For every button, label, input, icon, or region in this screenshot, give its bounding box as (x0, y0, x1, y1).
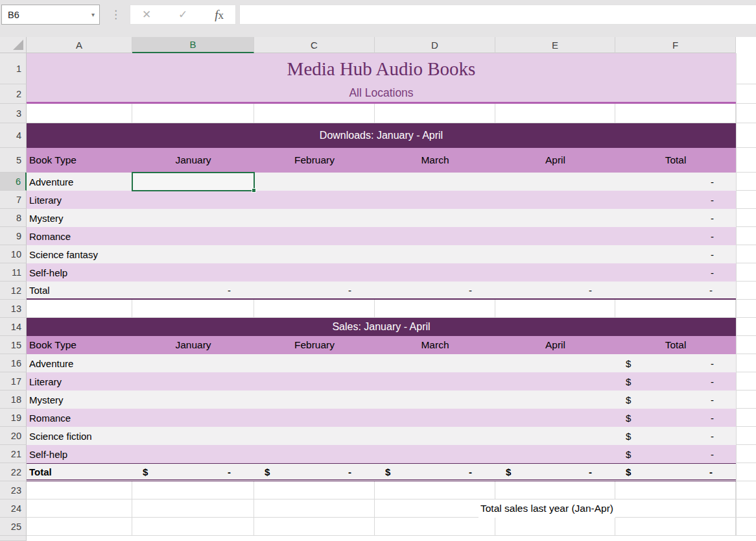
cell-E3[interactable] (495, 104, 615, 123)
sliver-cell-row-25[interactable] (736, 518, 756, 536)
fill-handle[interactable] (252, 188, 256, 193)
row-header-12[interactable]: 12 (0, 282, 27, 300)
cell-D11[interactable] (375, 263, 495, 282)
cell-A17[interactable]: Literary (27, 372, 132, 391)
sliver-cell-row-11[interactable] (736, 263, 756, 282)
cell-F7[interactable]: - (615, 191, 736, 209)
cell-C5[interactable]: February (254, 148, 375, 173)
cell-B16[interactable] (132, 354, 254, 372)
cell-D13[interactable] (375, 300, 495, 318)
row-header-partial-26[interactable] (0, 536, 27, 541)
cell-C22[interactable]: $- (254, 464, 375, 479)
cell-F15[interactable]: Total (615, 336, 736, 354)
row-header-14[interactable]: 14 (0, 318, 27, 336)
row-header-7[interactable]: 7 (0, 191, 27, 209)
cell-F9[interactable]: - (615, 227, 736, 245)
sliver-cell-row-19[interactable] (736, 409, 756, 427)
cell-D3[interactable] (375, 104, 495, 123)
cell-D23[interactable] (375, 481, 495, 499)
cell-E6[interactable] (495, 173, 615, 191)
cell-A12[interactable]: Total (27, 282, 132, 298)
sliver-cell-row-7[interactable] (736, 191, 756, 209)
cell-F21[interactable]: $- (615, 445, 736, 463)
row-header-6[interactable]: 6 (0, 173, 27, 191)
cell-A24[interactable] (27, 499, 132, 518)
formula-bar-input[interactable] (239, 5, 756, 25)
row-header-15[interactable]: 15 (0, 336, 27, 354)
sliver-cell-row-1[interactable] (736, 53, 756, 84)
cell-D10[interactable] (375, 245, 495, 263)
cell-A13[interactable] (27, 300, 132, 318)
cell-E7[interactable] (495, 191, 615, 209)
sliver-cell-row-9[interactable] (736, 227, 756, 245)
cell-A15[interactable]: Book Type (27, 336, 132, 354)
cell-B23[interactable] (132, 481, 254, 499)
cell-A23[interactable] (27, 481, 132, 499)
section-header-downloads[interactable]: Downloads: January - April (27, 123, 736, 148)
cell-C15[interactable]: February (254, 336, 375, 354)
cell-D22[interactable]: $- (375, 464, 495, 479)
sliver-cell-row-20[interactable] (736, 427, 756, 445)
row-header-16[interactable]: 16 (0, 354, 27, 372)
row-header-1[interactable]: 1 (0, 53, 27, 84)
cell-B19[interactable] (132, 409, 254, 427)
cell-E23[interactable] (495, 481, 615, 499)
cell-D7[interactable] (375, 191, 495, 209)
cell-E21[interactable] (495, 445, 615, 463)
cell-F19[interactable]: $- (615, 409, 736, 427)
section-header-sales[interactable]: Sales: January - April (27, 318, 736, 336)
cell-A3[interactable] (27, 104, 132, 123)
cell-C17[interactable] (254, 372, 375, 391)
cell-C9[interactable] (254, 227, 375, 245)
cell-E22[interactable]: $- (495, 464, 615, 479)
row-header-3[interactable]: 3 (0, 104, 27, 123)
cell-C20[interactable] (254, 427, 375, 445)
row-header-19[interactable]: 19 (0, 409, 27, 427)
cell-B3[interactable] (132, 104, 254, 123)
sliver-cell-row-5[interactable] (736, 148, 756, 173)
cell-B11[interactable] (132, 263, 254, 282)
cell-F12[interactable]: - (615, 282, 736, 298)
column-header-A[interactable]: A (27, 37, 132, 53)
cell-A22[interactable]: Total (27, 464, 132, 479)
cell-B9[interactable] (132, 227, 254, 245)
cell-B8[interactable] (132, 209, 254, 227)
sliver-cell-row-16[interactable] (736, 354, 756, 372)
cell-D6[interactable] (375, 173, 495, 191)
cell-D20[interactable] (375, 427, 495, 445)
cell-F6[interactable]: - (615, 173, 736, 191)
cell-B25[interactable] (132, 518, 254, 536)
cell-B21[interactable] (132, 445, 254, 463)
cell-A9[interactable]: Romance (27, 227, 132, 245)
row-header-5[interactable]: 5 (0, 148, 27, 173)
cell-A25[interactable] (27, 518, 132, 536)
column-header-F[interactable]: F (615, 37, 736, 53)
sliver-cell-row-22[interactable] (736, 463, 756, 481)
cell-D19[interactable] (375, 409, 495, 427)
cell-D12[interactable]: - (375, 282, 495, 298)
cell-D17[interactable] (375, 372, 495, 391)
row-header-9[interactable]: 9 (0, 227, 27, 245)
cell-F5[interactable]: Total (615, 148, 736, 173)
cell-E25[interactable] (495, 518, 615, 536)
cell-F18[interactable]: $- (615, 391, 736, 409)
cell-B12[interactable]: - (132, 282, 254, 298)
cell-E18[interactable] (495, 391, 615, 409)
sliver-cell-row-24[interactable] (736, 499, 756, 518)
cell-F10[interactable]: - (615, 245, 736, 263)
row-header-25[interactable]: 25 (0, 518, 27, 536)
cell-F11[interactable]: - (615, 263, 736, 282)
cell-E19[interactable] (495, 409, 615, 427)
cell-D16[interactable] (375, 354, 495, 372)
cell-C10[interactable] (254, 245, 375, 263)
cell-C7[interactable] (254, 191, 375, 209)
cell-F3[interactable] (615, 104, 736, 123)
sliver-cell-row-23[interactable] (736, 481, 756, 499)
cell-E5[interactable]: April (495, 148, 615, 173)
cell-E9[interactable] (495, 227, 615, 245)
cell-F20[interactable]: $- (615, 427, 736, 445)
cell-D24[interactable] (375, 499, 495, 518)
cell-A16[interactable]: Adventure (27, 354, 132, 372)
sliver-cell-row-8[interactable] (736, 209, 756, 227)
cell-F13[interactable] (615, 300, 736, 318)
